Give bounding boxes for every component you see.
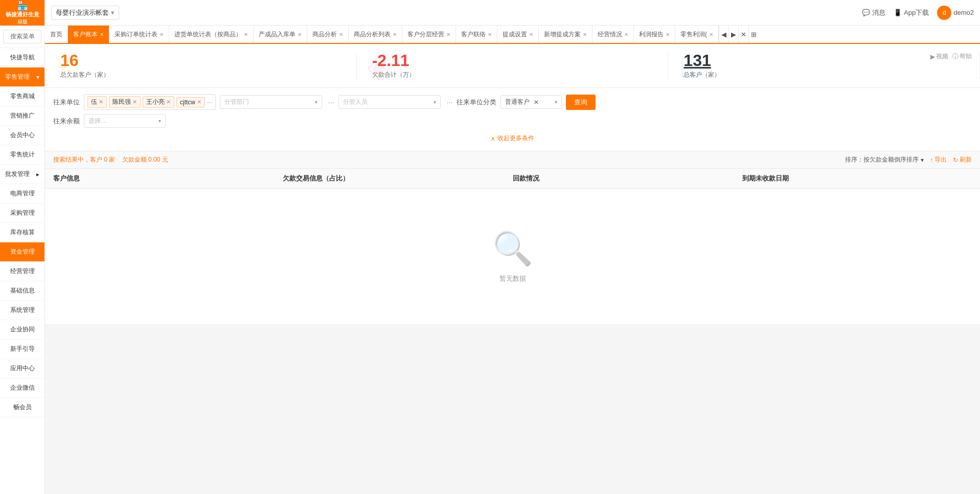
sidebar-item-marketing[interactable]: 营销推广 [0,106,44,126]
dept-dots[interactable]: ··· [328,98,334,106]
sidebar-search-area: 搜索菜单 [0,26,44,48]
remove-tag-2[interactable]: ✕ [132,99,137,105]
tab-close-new-achievement[interactable]: ✕ [583,32,587,37]
export-button[interactable]: ↑ 导出 [930,155,947,164]
search-menu-button[interactable]: 搜索菜单 [3,30,41,43]
result-info: 搜索结果中，客户 0 家 欠款金额 0.00 元 [53,155,168,164]
unit-type-select[interactable]: 普通客户 ✕ ▾ [500,95,562,109]
unit-tag-1: 伍 ✕ [87,96,107,108]
tab-expand-button[interactable]: ⊞ [748,26,759,43]
tab-close-inbound-stats[interactable]: ✕ [244,32,248,37]
dropdown-arrow-icon: ▾ [111,9,115,16]
sidebar-item-retail-mall[interactable]: 零售商城 [0,87,44,106]
col-due-date: 到期未收款日期 [742,174,972,183]
tab-close-all-button[interactable]: ✕ [738,26,748,43]
empty-state: 🔍 暂无数据 [45,189,980,324]
tab-product-analysis-list[interactable]: 商品分析列表 ✕ [349,26,402,43]
tab-reminder-settings[interactable]: 提成设置 ✕ [497,26,539,43]
tab-close-ops-status[interactable]: ✕ [624,32,628,37]
tab-prev-arrow[interactable]: ◀ [719,26,728,43]
remove-tag-3[interactable]: ✕ [166,99,171,105]
tab-close-customer-contact[interactable]: ✕ [488,32,492,37]
filter-row-2: 往来余额 选择... ▾ [53,114,972,128]
refresh-icon: ↻ [953,156,958,164]
unit-tags-container[interactable]: 伍 ✕ 陈民强 ✕ 王小亮 ✕ cjttcw ✕ ··· [84,94,216,110]
tab-close-customer-accounts[interactable]: ✕ [100,32,104,37]
tab-customer-contact[interactable]: 客户联络 ✕ [456,26,497,43]
tab-retail-profit[interactable]: 零售利润( ✕ [675,26,719,43]
chevron-down-icon: ▾ [36,74,39,81]
stat-total-debt-customers: ¥ 16 总欠款客户（家） [45,52,357,79]
person-dots[interactable]: ··· [447,98,453,106]
help-link[interactable]: ⓘ 帮助 [952,52,972,61]
tab-close-profit-report[interactable]: ✕ [666,32,670,37]
remove-tag-4[interactable]: ✕ [197,99,201,105]
tab-home[interactable]: 首页 [45,26,68,43]
person-arrow-icon: ▾ [434,99,436,105]
sidebar-item-inventory[interactable]: 库存核算 [0,223,44,242]
app-download-button[interactable]: 📱 App下载 [894,8,929,17]
tab-new-achievement[interactable]: 新增提成方案 ✕ [539,26,592,43]
remove-unit-type[interactable]: ✕ [534,99,539,106]
tab-close-purchase-order-stats[interactable]: ✕ [159,32,164,37]
sidebar-item-basic-info[interactable]: 基础信息 [0,281,44,301]
tab-close-product-inbound[interactable]: ✕ [298,32,302,37]
video-help-link[interactable]: ▶ 视频 [930,52,948,61]
tab-customer-accounts[interactable]: 客户账本 ✕ [68,26,109,43]
chevron-up-icon: ∧ [491,135,495,142]
tab-inbound-stats[interactable]: 进货单统计表（按商品） ✕ [169,26,254,43]
sidebar-item-quick-nav[interactable]: 快捷导航 [0,48,44,68]
tab-next-arrow[interactable]: ▶ [728,26,738,43]
sidebar-item-retail-stats[interactable]: 零售统计 [0,145,44,165]
sidebar-item-ecommerce[interactable]: 电商管理 [0,184,44,204]
sidebar-item-retail-mgmt[interactable]: 零售管理 ▾ [0,68,44,87]
topbar-right: 💬 消息 📱 App下载 d demo2 [862,6,974,20]
sidebar-item-ops-mgmt[interactable]: 经营管理 [0,262,44,281]
filter-area: 往来单位 伍 ✕ 陈民强 ✕ 王小亮 ✕ cjttcw [45,88,980,151]
balance-select[interactable]: 选择... ▾ [84,114,166,128]
message-button[interactable]: 💬 消息 [862,8,885,17]
sidebar-item-app-center[interactable]: 应用中心 [0,359,44,378]
store-selector[interactable]: 母婴行业演示帐套 ▾ [51,6,119,20]
message-icon: 💬 [862,9,870,16]
sidebar-item-enterprise-wechat[interactable]: 企业微信 [0,378,44,398]
sidebar-item-capital-mgmt[interactable]: 资金管理 [0,242,44,262]
tab-profit-report[interactable]: 利润报告 ✕ [634,26,675,43]
tab-purchase-order-stats[interactable]: 采购订单统计表 ✕ [109,26,169,43]
sidebar-item-vip-member[interactable]: 畅会员 [0,398,44,417]
sort-arrow-icon: ▾ [921,156,924,164]
dept-arrow-icon: ▾ [315,99,317,105]
sidebar-item-batch-mgmt[interactable]: 批发管理 ▸ [0,165,44,184]
sidebar-item-sys-mgmt[interactable]: 系统管理 [0,301,44,320]
export-icon: ↑ [930,156,933,164]
tab-customer-segment[interactable]: 客户分层经营 ✕ [402,26,456,43]
result-bar: 搜索结果中，客户 0 家 欠款金额 0.00 元 排序：按欠款金额倒序排序 ▾ … [45,151,980,169]
tab-product-analysis[interactable]: 商品分析 ✕ [307,26,349,43]
chevron-right-icon: ▸ [36,171,39,178]
sidebar-item-newbie-guide[interactable]: 新手引导 [0,340,44,359]
person-select[interactable]: 分管人员 ▾ [338,95,441,109]
dept-select[interactable]: 分管部门 ▾ [220,95,322,109]
query-button[interactable]: 查询 [566,95,596,110]
refresh-button[interactable]: ↻ 刷新 [953,155,972,164]
unit-tags-more[interactable]: ··· [207,99,212,106]
tab-product-inbound[interactable]: 产成品入库单 ✕ [254,26,307,43]
tab-close-retail-profit[interactable]: ✕ [709,32,713,37]
tab-close-product-analysis-list[interactable]: ✕ [393,32,397,37]
remove-tag-1[interactable]: ✕ [99,99,103,105]
tab-close-reminder-settings[interactable]: ✕ [529,32,533,37]
filter-row-1: 往来单位 伍 ✕ 陈民强 ✕ 王小亮 ✕ cjttcw [53,94,972,110]
sort-selector[interactable]: 排序：按欠款金额倒序排序 ▾ [845,155,924,164]
balance-filter-label: 往来余额 [53,117,80,126]
collapse-button[interactable]: ∧ 收起更多条件 [53,132,972,145]
user-avatar-area[interactable]: d demo2 [937,6,974,20]
tab-close-product-analysis[interactable]: ✕ [339,32,343,37]
sidebar-item-purchase-mgmt[interactable]: 采购管理 [0,204,44,223]
tab-close-customer-segment[interactable]: ✕ [446,32,450,37]
sidebar-item-enterprise-collab[interactable]: 企业协同 [0,320,44,340]
tabbar: 首页 客户账本 ✕ 采购订单统计表 ✕ 进货单统计表（按商品） ✕ 产成品入库单… [45,26,980,44]
col-debt-info: 欠款交易信息（占比） [283,174,512,183]
main-area: 母婴行业演示帐套 ▾ 💬 消息 📱 App下载 d demo2 首页 客户账本 [45,0,980,494]
sidebar-item-member-center[interactable]: 会员中心 [0,126,44,145]
tab-ops-status[interactable]: 经营情况 ✕ [592,26,634,43]
